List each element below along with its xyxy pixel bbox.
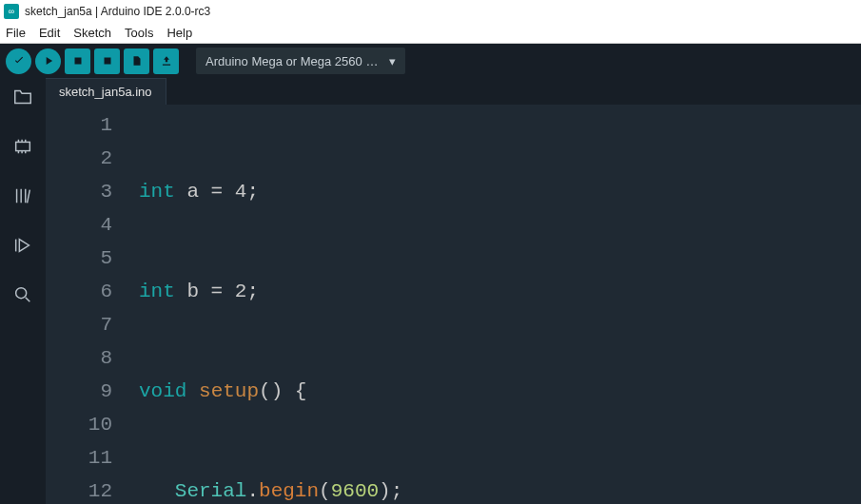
toolbar-extra-3[interactable] — [153, 48, 179, 74]
menu-bar: File Edit Sketch Tools Help — [0, 23, 861, 44]
menu-edit[interactable]: Edit — [39, 26, 60, 40]
line-number: 9 — [46, 375, 112, 408]
line-number: 4 — [46, 208, 112, 242]
line-gutter: 1 2 3 4 5 6 7 8 9 10 11 12 — [46, 105, 129, 504]
board-label: Arduino Mega or Mega 2560 … — [205, 54, 378, 68]
code-line: void setup() { — [139, 375, 861, 408]
line-number: 2 — [46, 142, 112, 175]
code-line: int b = 2; — [139, 275, 861, 308]
toolbar: Arduino Mega or Mega 2560 … ▾ — [0, 44, 861, 78]
chevron-down-icon: ▾ — [389, 54, 396, 68]
svg-point-3 — [16, 288, 27, 299]
editor-area: sketch_jan5a.ino 1 2 3 4 5 6 7 8 9 10 11… — [46, 78, 861, 504]
menu-tools[interactable]: Tools — [125, 26, 153, 40]
boards-manager-icon[interactable] — [10, 133, 36, 160]
code-editor[interactable]: 1 2 3 4 5 6 7 8 9 10 11 12 int a = 4; in… — [46, 105, 861, 504]
code-line: Serial.begin(9600); — [139, 475, 861, 504]
app-icon: ∞ — [4, 4, 19, 19]
sidebar — [0, 78, 46, 504]
editor-tabs: sketch_jan5a.ino — [46, 78, 861, 105]
svg-rect-1 — [104, 58, 110, 65]
board-selector[interactable]: Arduino Mega or Mega 2560 … ▾ — [196, 48, 405, 74]
upload-button[interactable] — [35, 48, 61, 74]
svg-rect-0 — [74, 58, 81, 65]
library-manager-icon[interactable] — [10, 183, 36, 209]
code-line: int a = 4; — [139, 175, 861, 208]
svg-rect-2 — [16, 142, 30, 150]
line-number: 6 — [46, 275, 112, 308]
code-lines: int a = 4; int b = 2; void setup() { Ser… — [129, 105, 861, 504]
debug-button[interactable] — [65, 48, 90, 74]
verify-button[interactable] — [6, 48, 31, 74]
folder-icon[interactable] — [10, 84, 36, 110]
window-title: sketch_jan5a | Arduino IDE 2.0.0-rc3 — [25, 5, 210, 18]
line-number: 12 — [46, 475, 112, 504]
toolbar-extra-2[interactable] — [124, 48, 149, 74]
line-number: 5 — [46, 242, 112, 275]
line-number: 11 — [46, 441, 112, 475]
toolbar-extra-1[interactable] — [94, 48, 120, 74]
main-area: sketch_jan5a.ino 1 2 3 4 5 6 7 8 9 10 11… — [0, 78, 861, 504]
menu-help[interactable]: Help — [166, 26, 192, 40]
menu-file[interactable]: File — [6, 26, 26, 40]
line-number: 3 — [46, 175, 112, 208]
editor-tab[interactable]: sketch_jan5a.ino — [46, 78, 166, 105]
line-number: 7 — [46, 308, 112, 341]
menu-sketch[interactable]: Sketch — [73, 26, 111, 40]
debug-icon[interactable] — [10, 232, 36, 259]
line-number: 10 — [46, 408, 112, 441]
line-number: 1 — [46, 108, 112, 142]
title-bar: ∞ sketch_jan5a | Arduino IDE 2.0.0-rc3 — [0, 0, 861, 23]
search-icon[interactable] — [10, 281, 36, 308]
line-number: 8 — [46, 341, 112, 375]
